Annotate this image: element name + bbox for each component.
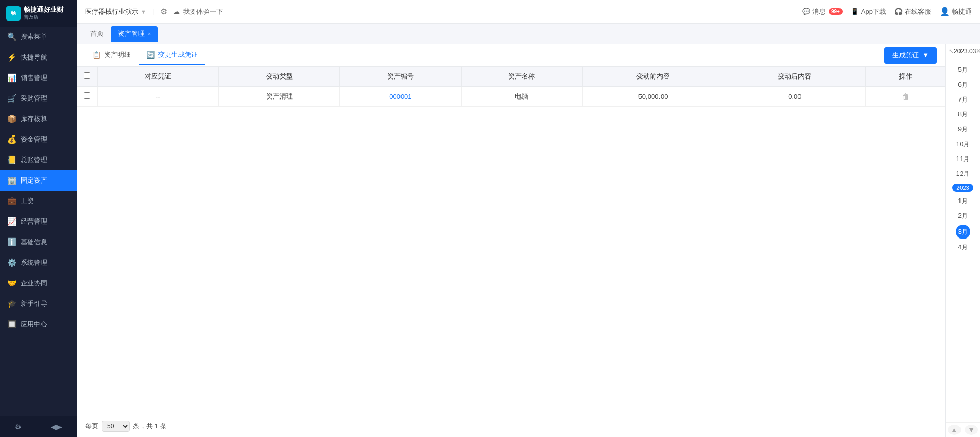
notification-btn[interactable]: 💬 消息 99+ [802, 7, 843, 16]
sidebar-label-enterprise: 企业协同 [21, 279, 47, 288]
month-wrap-10: 10月 [946, 137, 980, 152]
sales-icon: 📊 [7, 73, 16, 83]
fixed-assets-icon: 🏢 [7, 176, 16, 185]
topbar-right: 💬 消息 99+ 📱 App下载 🎧 在线客服 👤 畅捷通 [802, 7, 972, 16]
month-wrap-8: 8月 [946, 107, 980, 122]
cloud-icon: ☁ [173, 8, 180, 15]
payroll-icon: 💼 [7, 196, 16, 206]
sidebar-label-search: 搜索菜单 [21, 32, 47, 42]
th-action: 操作 [866, 67, 945, 87]
sidebar-item-enterprise[interactable]: 🤝 企业协同 [0, 273, 77, 293]
timeline-month-3-active[interactable]: 3月 [956, 225, 970, 239]
active-tab-label: 资产管理 [118, 29, 145, 38]
asset-table: 对应凭证 变动类型 资产编号 资产名称 变动前内容 变动后内容 操作 [77, 67, 945, 107]
sidebar-item-ledger[interactable]: 📒 总账管理 [0, 150, 77, 170]
nav-tabs: 首页 资产管理 × [77, 24, 980, 44]
experience-label: 我要体验一下 [183, 7, 223, 16]
sidebar-item-search[interactable]: 🔍 搜索菜单 [0, 27, 77, 47]
row-checkbox[interactable] [84, 92, 90, 99]
collapse-btn[interactable]: ◀▶ [47, 421, 66, 433]
sidebar-item-sales[interactable]: 📊 销售管理 [0, 68, 77, 88]
app-download-btn[interactable]: 📱 App下载 [851, 7, 886, 16]
sidebar-item-fixed-assets[interactable]: 🏢 固定资产 [0, 170, 77, 191]
generate-voucher-button[interactable]: 生成凭证 ▼ [884, 47, 937, 64]
delete-row-btn[interactable]: 🗑 [902, 92, 909, 101]
timeline-expand-icon[interactable]: ⤡ [949, 48, 954, 55]
system-icon: ⚙️ [7, 258, 16, 267]
timeline-month-9[interactable]: 9月 [958, 123, 968, 136]
timeline-month-5[interactable]: 5月 [958, 64, 968, 76]
timeline-year-badge[interactable]: 2023 [952, 184, 973, 192]
sidebar-item-inventory[interactable]: 📦 库存核算 [0, 109, 77, 129]
change-voucher-icon: 🔄 [146, 51, 155, 59]
sidebar-item-quick-nav[interactable]: ⚡ 快捷导航 [0, 47, 77, 68]
timeline-month-8[interactable]: 8月 [958, 108, 968, 121]
sidebar-item-purchase[interactable]: 🛒 采购管理 [0, 88, 77, 109]
per-page-select[interactable]: 10 20 50 100 [102, 421, 130, 432]
sidebar-nav: 🔍 搜索菜单 ⚡ 快捷导航 📊 销售管理 🛒 采购管理 📦 库存核算 💰 资金管… [0, 27, 77, 416]
sidebar-item-apps[interactable]: 🔲 应用中心 [0, 314, 77, 334]
quick-nav-icon: ⚡ [7, 53, 16, 62]
sidebar-label-inventory: 库存核算 [21, 114, 47, 124]
timeline-month-4[interactable]: 4月 [958, 241, 968, 254]
timeline-close-btn[interactable]: ✕ [976, 47, 980, 55]
online-service-btn[interactable]: 🎧 在线客服 [894, 7, 931, 16]
month-wrap-3-active: 3月 [946, 224, 980, 240]
content-area: 📋 资产明细 🔄 变更生成凭证 生成凭证 ▼ [77, 44, 980, 437]
sidebar-label-operations: 经营管理 [21, 217, 47, 226]
timeline-month-7[interactable]: 7月 [958, 93, 968, 106]
tab-asset-management[interactable]: 资产管理 × [111, 26, 158, 42]
sidebar-item-basic-info[interactable]: ℹ️ 基础信息 [0, 232, 77, 252]
timeline-month-10[interactable]: 10月 [956, 138, 969, 151]
enterprise-icon: 🤝 [7, 279, 16, 288]
sidebar-item-operations[interactable]: 📈 经营管理 [0, 211, 77, 232]
settings-btn[interactable]: ⚙ [11, 421, 26, 433]
sidebar-bottom: ⚙ ◀▶ [0, 416, 77, 437]
tab-home[interactable]: 首页 [85, 26, 109, 42]
user-menu[interactable]: 👤 畅捷通 [939, 7, 972, 16]
online-service-label: 在线客服 [905, 7, 931, 16]
notification-label: 消息 [812, 7, 826, 16]
th-before-change: 变动前内容 [582, 67, 724, 87]
settings-gear-icon[interactable]: ⚙ [160, 7, 167, 16]
guide-icon: 🎓 [7, 299, 16, 308]
month-wrap-2: 2月 [946, 209, 980, 224]
sidebar-label-finance: 资金管理 [21, 135, 47, 144]
sidebar-label-sales: 销售管理 [21, 73, 47, 83]
sidebar-item-finance[interactable]: 💰 资金管理 [0, 129, 77, 150]
operations-icon: 📈 [7, 217, 16, 226]
tab-close-btn[interactable]: × [148, 31, 151, 37]
sidebar-item-payroll[interactable]: 💼 工资 [0, 191, 77, 211]
sidebar-item-guide[interactable]: 🎓 新手引导 [0, 293, 77, 314]
timeline-month-1[interactable]: 1月 [958, 195, 968, 208]
timeline-month-12[interactable]: 12月 [956, 168, 969, 181]
timeline-month-2[interactable]: 2月 [958, 210, 968, 223]
company-selector[interactable]: 医疗器械行业演示 ▼ [85, 7, 146, 16]
table-wrapper: 对应凭证 变动类型 资产编号 资产名称 变动前内容 变动后内容 操作 [77, 67, 945, 415]
timeline-panel: ⤡ 2023.03 ✕ 5月 6月 7月 8月 [945, 44, 980, 437]
sidebar-label-basic-info: 基础信息 [21, 237, 47, 247]
logo-edition: 普及版 [24, 14, 64, 21]
month-wrap-4: 4月 [946, 240, 980, 255]
th-asset-number: 资产编号 [340, 67, 461, 87]
timeline-month-11[interactable]: 11月 [956, 153, 969, 166]
experience-btn[interactable]: ☁ 我要体验一下 [173, 7, 223, 16]
search-icon: 🔍 [7, 32, 16, 42]
timeline-month-6[interactable]: 6月 [958, 78, 968, 91]
inventory-icon: 📦 [7, 114, 16, 124]
app-logo: 畅 畅捷通好业财 普及版 [0, 0, 77, 27]
timeline-up-btn[interactable]: ▲ [948, 425, 961, 435]
sub-tab-change-voucher[interactable]: 🔄 变更生成凭证 [139, 46, 205, 65]
row-change-type: 资产清理 [218, 87, 339, 107]
user-avatar-icon: 👤 [939, 7, 950, 16]
sidebar-item-system[interactable]: ⚙️ 系统管理 [0, 252, 77, 273]
sub-tab-asset-detail[interactable]: 📋 资产明细 [85, 46, 138, 65]
sidebar-label-purchase: 采购管理 [21, 94, 47, 103]
sidebar-label-apps: 应用中心 [21, 320, 47, 329]
purchase-icon: 🛒 [7, 94, 16, 103]
th-after-change: 变动后内容 [724, 67, 866, 87]
month-wrap-1: 1月 [946, 194, 980, 209]
select-all-checkbox[interactable] [84, 72, 90, 79]
per-page-label: 每页 [85, 422, 98, 431]
timeline-down-btn[interactable]: ▼ [965, 425, 978, 435]
